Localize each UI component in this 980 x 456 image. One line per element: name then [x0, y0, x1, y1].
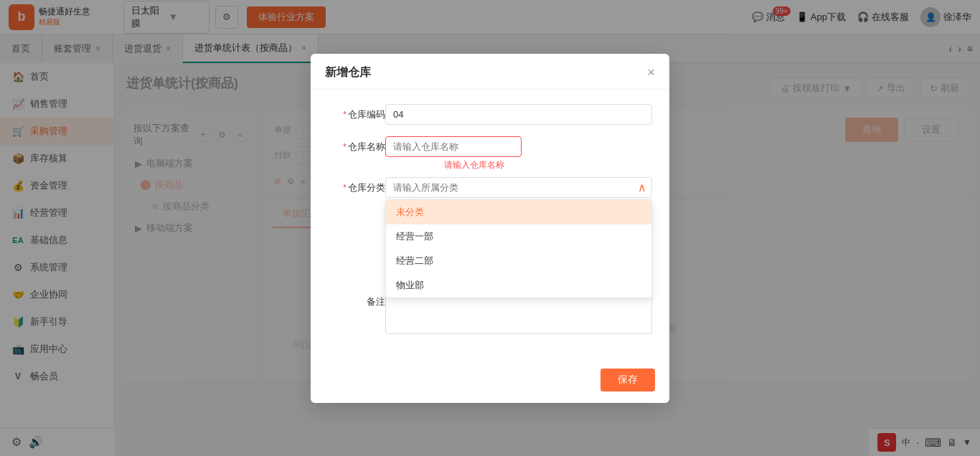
warehouse-category-row: *仓库分类 ∧ 未分类 经营一部 经营二部 物业部: [328, 177, 652, 198]
required-star3: *: [343, 182, 347, 193]
warehouse-name-input[interactable]: [385, 136, 522, 157]
name-label: *仓库名称: [328, 136, 385, 153]
warehouse-code-row: *仓库编码: [328, 104, 652, 125]
required-star2: *: [343, 141, 347, 152]
dialog-overlay: 新增仓库 × *仓库编码 *仓库名称 请输入仓库名称: [0, 0, 980, 456]
dropdown-option-dept1[interactable]: 经营一部: [386, 224, 651, 249]
dropdown-option-dept2[interactable]: 经营二部: [386, 249, 651, 273]
warehouse-code-input[interactable]: [385, 104, 652, 125]
required-star: *: [343, 109, 347, 120]
category-dropdown: 未分类 经营一部 经营二部 物业部: [385, 199, 652, 298]
category-dropdown-arrow[interactable]: ∧: [638, 181, 646, 194]
dialog-body: *仓库编码 *仓库名称 请输入仓库名称 *仓库分类: [311, 90, 669, 360]
dialog-footer: 保存: [311, 360, 669, 403]
dropdown-option-property[interactable]: 物业部: [386, 273, 651, 298]
dropdown-option-uncategorized[interactable]: 未分类: [386, 200, 651, 224]
warehouse-name-row: *仓库名称 请输入仓库名称: [328, 136, 652, 157]
save-button[interactable]: 保存: [600, 369, 655, 391]
code-label: *仓库编码: [328, 104, 385, 121]
category-input[interactable]: [385, 177, 652, 198]
remark-label: 备注: [328, 291, 385, 308]
category-label: *仓库分类: [328, 177, 385, 194]
dialog-header: 新增仓库 ×: [311, 54, 669, 90]
category-select-wrapper: ∧ 未分类 经营一部 经营二部 物业部: [385, 177, 652, 198]
name-input-wrapper: 请输入仓库名称: [385, 136, 652, 157]
new-warehouse-dialog: 新增仓库 × *仓库编码 *仓库名称 请输入仓库名称: [311, 54, 669, 403]
name-error-tip: 请输入仓库名称: [444, 159, 504, 171]
dialog-title: 新增仓库: [325, 65, 371, 80]
dialog-close-button[interactable]: ×: [647, 65, 655, 80]
